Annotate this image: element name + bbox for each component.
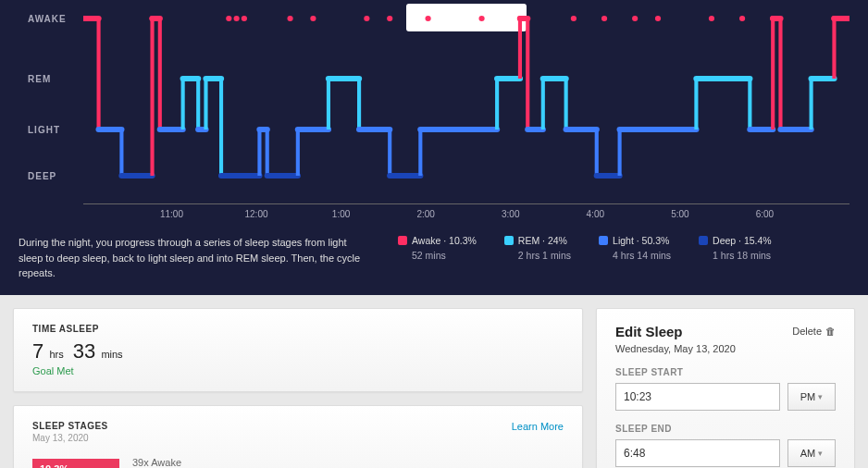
svg-point-78	[831, 16, 837, 21]
svg-point-75	[709, 16, 714, 21]
svg-point-63	[242, 16, 247, 21]
svg-point-73	[632, 16, 638, 21]
learn-more-link[interactable]: Learn More	[512, 421, 564, 432]
svg-point-74	[655, 16, 661, 21]
sleep-stages-card[interactable]: SLEEP STAGES May 13, 2020 Learn More 10.…	[13, 405, 583, 469]
x-axis-label: 4:00	[587, 209, 604, 219]
x-axis-label: 2:00	[416, 209, 434, 219]
svg-point-72	[601, 16, 607, 21]
svg-point-71	[571, 16, 577, 21]
x-axis: 11:0012:001:002:003:004:005:006:00	[83, 203, 849, 222]
sleep-end-ampm[interactable]: AM	[787, 439, 836, 467]
svg-point-79	[839, 16, 845, 21]
sleep-start-input[interactable]	[615, 383, 780, 411]
x-axis-label: 11:00	[160, 209, 183, 219]
legend-item: Light · 50.3%4 hrs 14 mins	[599, 235, 671, 261]
edit-sleep-title: Edit Sleep	[615, 324, 683, 339]
y-axis-label: LIGHT	[28, 125, 60, 135]
time-asleep-value: 7 hrs 33 mins	[32, 339, 564, 363]
legend: Awake · 10.3%52 minsREM · 24%2 hrs 1 min…	[398, 235, 849, 261]
sleep-stages-date: May 13, 2020	[32, 433, 108, 443]
stage-awake-count: 39x Awake	[132, 456, 181, 469]
svg-point-61	[226, 16, 231, 21]
sleep-start-label: SLEEP START	[615, 367, 836, 377]
x-axis-label: 1:00	[332, 209, 350, 219]
svg-point-67	[387, 16, 392, 21]
x-axis-label: 5:00	[671, 209, 688, 219]
y-axis-label: DEEP	[28, 171, 56, 181]
svg-point-60	[154, 16, 159, 21]
svg-point-66	[364, 16, 369, 21]
edit-sleep-date: Wednesday, May 13, 2020	[615, 343, 836, 354]
time-asleep-card[interactable]: TIME ASLEEP 7 hrs 33 mins Goal Met	[13, 308, 583, 392]
sleep-stages-title: SLEEP STAGES	[32, 421, 108, 431]
sleep-chart-panel: AWAKEREMLIGHTDEEP 11:0012:001:002:003:00…	[0, 0, 868, 295]
sleep-start-ampm[interactable]: PM	[787, 383, 836, 411]
goal-met-label: Goal Met	[32, 365, 564, 376]
sleep-stage-chart: AWAKEREMLIGHTDEEP	[83, 9, 849, 203]
svg-point-70	[517, 16, 523, 21]
trash-icon: 🗑	[825, 326, 836, 337]
stage-row-awake: 10.3% 39x Awake 52 mins	[32, 456, 564, 469]
legend-item: REM · 24%2 hrs 1 mins	[504, 235, 571, 261]
svg-point-69	[478, 16, 484, 21]
time-asleep-title: TIME ASLEEP	[32, 324, 564, 334]
svg-point-68	[425, 16, 430, 21]
legend-item: Awake · 10.3%52 mins	[398, 235, 477, 261]
edit-sleep-panel: Edit Sleep Delete 🗑 Wednesday, May 13, 2…	[596, 308, 855, 469]
delete-button[interactable]: Delete 🗑	[792, 326, 836, 337]
svg-point-65	[310, 16, 316, 21]
svg-point-64	[287, 16, 292, 21]
svg-point-76	[739, 16, 745, 21]
x-axis-label: 12:00	[245, 209, 268, 219]
svg-point-62	[233, 16, 239, 21]
x-axis-label: 3:00	[502, 209, 519, 219]
svg-point-58	[88, 16, 93, 21]
chart-description: During the night, you progress through a…	[19, 235, 370, 281]
svg-point-77	[770, 16, 775, 21]
y-axis-label: AWAKE	[28, 14, 67, 24]
lower-panel: TIME ASLEEP 7 hrs 33 mins Goal Met SLEEP…	[0, 295, 868, 469]
stage-bar-awake: 10.3%	[32, 459, 119, 468]
y-axis-label: REM	[28, 74, 51, 84]
x-axis-label: 6:00	[756, 209, 774, 219]
legend-item: Deep · 15.4%1 hrs 18 mins	[699, 235, 772, 261]
sleep-end-input[interactable]	[615, 439, 780, 467]
sleep-end-label: SLEEP END	[615, 424, 836, 434]
